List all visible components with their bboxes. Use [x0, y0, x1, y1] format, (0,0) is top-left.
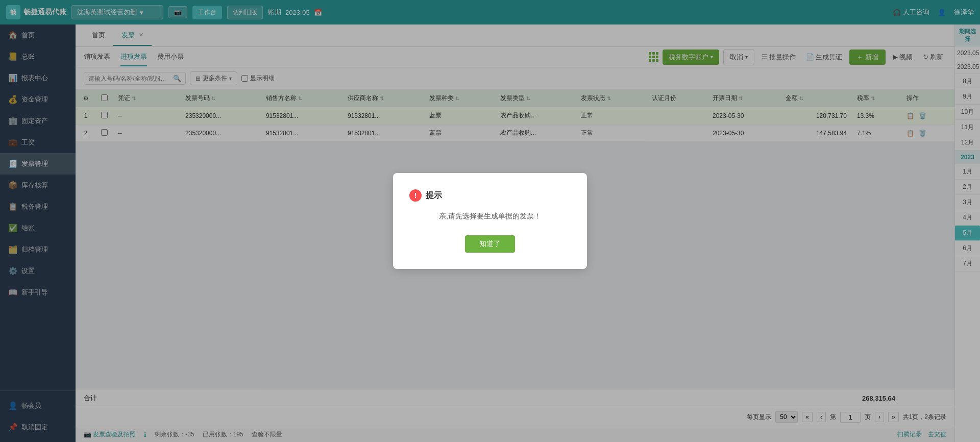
modal-warning-icon: !: [409, 189, 422, 202]
modal-header: ! 提示: [409, 189, 571, 202]
modal-box: ! 提示 亲,请先选择要生成单据的发票！ 知道了: [393, 173, 587, 269]
modal-confirm-button[interactable]: 知道了: [465, 235, 515, 253]
modal-footer: 知道了: [409, 235, 571, 253]
modal-message: 亲,请先选择要生成单据的发票！: [409, 212, 571, 221]
modal-title: 提示: [426, 190, 442, 201]
modal-overlay: ! 提示 亲,请先选择要生成单据的发票！ 知道了: [0, 0, 980, 442]
